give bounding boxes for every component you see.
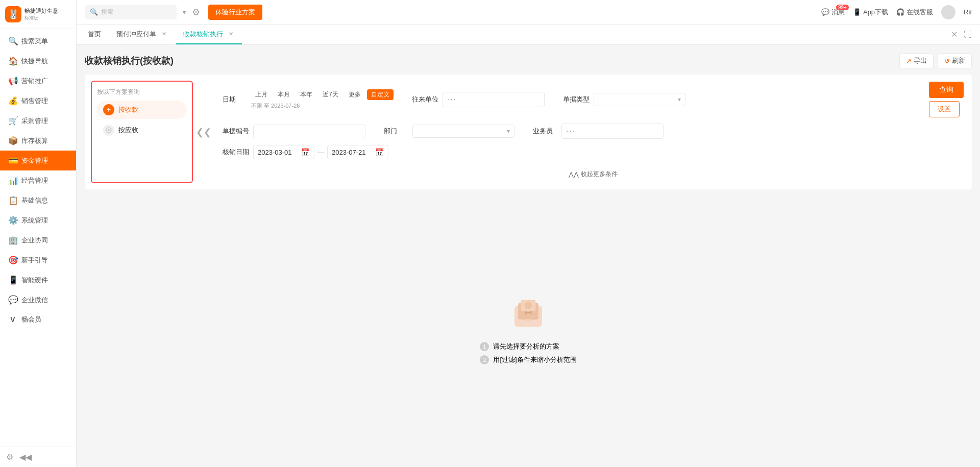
sidebar-label-purchase: 采购管理 [21, 116, 48, 126]
tabbar: 首页 预付冲应付单 ✕ 收款核销执行 ✕ ✕ ⛶ [77, 24, 980, 45]
sidebar-item-basic-info[interactable]: 📋 基础信息 [0, 190, 76, 210]
quick-nav-icon: 🏠 [8, 56, 17, 66]
tab-home-label: 首页 [88, 30, 101, 39]
doc-no-input[interactable] [253, 125, 365, 138]
refresh-icon: ↺ [944, 57, 950, 65]
sidebar-nav: 🔍 搜索菜单 🏠 快捷导航 📢 营销推广 💰 销售管理 🛒 采购管理 📦 库存核… [0, 29, 76, 447]
dept-label: 部门 [384, 127, 408, 136]
sidebar-item-enterprise[interactable]: 🏢 企业协同 [0, 230, 76, 250]
collapse-sidebar-icon[interactable]: ◀◀ [19, 452, 32, 462]
writeoff-date-end-input[interactable]: 2023-07-21 📅 [327, 145, 388, 159]
mobile-icon: 📱 [853, 8, 861, 16]
writeoff-end-value: 2023-07-21 [332, 149, 366, 156]
filter-option-receipt[interactable]: 按收款 [97, 101, 187, 119]
doc-type-arrow-icon: ▾ [678, 96, 681, 103]
query-button[interactable]: 查询 [929, 82, 964, 98]
sidebar-item-marketing[interactable]: 📢 营销推广 [0, 71, 76, 91]
refresh-button[interactable]: ↺ 刷新 [938, 53, 972, 68]
app-download-button[interactable]: 📱 App下载 [853, 8, 888, 17]
close-tab-icon[interactable]: ✕ [949, 28, 960, 41]
tab-home[interactable]: 首页 [81, 24, 108, 44]
sidebar-item-member[interactable]: V 畅会员 [0, 310, 76, 329]
topbar-search-box[interactable]: 🔍 搜索 [85, 5, 177, 19]
smart-hw-icon: 📱 [8, 275, 17, 285]
online-service-button[interactable]: 🎧 在线客服 [896, 8, 933, 17]
tabbar-actions: ✕ ⛶ [949, 24, 976, 44]
sidebar-item-system[interactable]: ⚙️ 系统管理 [0, 210, 76, 230]
staff-select[interactable]: ··· [561, 124, 664, 139]
date-field: 日期 上月 本月 本年 近7天 更多 自定义 不限 至 2023-07-26 [223, 89, 394, 110]
filter-row-2: 单据编号 部门 ▾ 业务员 ··· [223, 124, 964, 139]
collapse-more-button[interactable]: ⋀⋀ 收起更多条件 [564, 168, 623, 180]
sidebar-label-enterprise: 企业协同 [21, 236, 48, 245]
fullscreen-icon[interactable]: ⛶ [962, 28, 974, 41]
settings-icon[interactable]: ⚙ [6, 452, 13, 462]
filter-collapse-button[interactable]: ❮❮ [193, 75, 214, 189]
sidebar: 🐰 畅捷通好生意 标准版 🔍 搜索菜单 🏠 快捷导航 📢 营销推广 💰 销售管理… [0, 0, 77, 467]
topbar-gear-icon[interactable]: ⚙ [192, 7, 200, 18]
filter-panel: 按以下方案查询 按收款 [85, 75, 972, 189]
message-icon: 💬 [821, 8, 829, 16]
filter-form: 日期 上月 本月 本年 近7天 更多 自定义 不限 至 2023-07-26 [214, 75, 972, 189]
writeoff-date-label: 核销日期 [223, 148, 249, 157]
tab-prepay-close-icon[interactable]: ✕ [160, 30, 168, 38]
industry-solution-button[interactable]: 休验行业方案 [208, 5, 262, 20]
operations-icon: 📊 [8, 176, 17, 185]
sidebar-footer: ⚙ ◀◀ [0, 447, 76, 467]
export-button[interactable]: ↗ 导出 [899, 53, 934, 68]
date-shortcuts: 上月 本月 本年 近7天 更多 自定义 [251, 89, 394, 100]
filter-option-receivable-label: 按应收 [118, 126, 138, 135]
sidebar-item-inventory[interactable]: 📦 库存核算 [0, 131, 76, 151]
shortcut-7days[interactable]: 近7天 [318, 89, 342, 100]
counterparty-field: 往来单位 ··· [412, 92, 545, 107]
sidebar-item-quick-nav[interactable]: 🏠 快捷导航 [0, 51, 76, 71]
tab-prepay[interactable]: 预付冲应付单 ✕ [109, 24, 175, 44]
message-button[interactable]: 💬 消息 99+ [821, 8, 845, 17]
dept-select[interactable]: ▾ [412, 125, 514, 138]
filter-row-1: 日期 上月 本月 本年 近7天 更多 自定义 不限 至 2023-07-26 [223, 82, 964, 117]
dept-arrow-icon: ▾ [507, 128, 510, 135]
shortcut-more[interactable]: 更多 [345, 89, 365, 100]
writeoff-date-start-input[interactable]: 2023-03-01 📅 [253, 145, 314, 159]
app-edition: 标准版 [24, 15, 58, 21]
doc-type-select[interactable]: ▾ [594, 93, 685, 106]
filter-row-3: 核销日期 2023-03-01 📅 — 2023-07-21 📅 [223, 145, 964, 159]
sidebar-item-operations[interactable]: 📊 经营管理 [0, 170, 76, 190]
shortcut-this-year[interactable]: 本年 [296, 89, 316, 100]
tab-writeoff-label: 收款核销执行 [183, 30, 223, 39]
user-name: Rit [964, 8, 972, 16]
sidebar-item-wechat[interactable]: 💬 企业微信 [0, 290, 76, 310]
sidebar-item-sales[interactable]: 💰 销售管理 [0, 91, 76, 111]
sidebar-item-guide[interactable]: 🎯 新手引导 [0, 250, 76, 270]
sidebar-item-search-menu[interactable]: 🔍 搜索菜单 [0, 31, 76, 51]
staff-dots: ··· [566, 127, 576, 136]
sidebar-label-system: 系统管理 [21, 216, 48, 225]
sidebar-item-capital[interactable]: 💳 资金管理 [0, 151, 76, 170]
topbar-right-area: 💬 消息 99+ 📱 App下载 🎧 在线客服 Rit [821, 5, 972, 19]
counterparty-select[interactable]: ··· [443, 92, 545, 107]
shortcut-this-month[interactable]: 本月 [274, 89, 294, 100]
service-icon: 🎧 [896, 8, 904, 16]
setting-button[interactable]: 设置 [929, 101, 960, 117]
page-content: 收款核销执行(按收款) ↗ 导出 ↺ 刷新 按以下方案查询 [77, 45, 980, 467]
topbar-chevron-icon[interactable]: ▾ [183, 9, 186, 16]
shortcut-last-month[interactable]: 上月 [251, 89, 272, 100]
svg-point-6 [525, 302, 532, 309]
sidebar-item-purchase[interactable]: 🛒 采购管理 [0, 111, 76, 131]
filter-option-receipt-label: 按收款 [118, 105, 138, 114]
user-avatar [941, 5, 955, 19]
tab-writeoff[interactable]: 收款核销执行 ✕ [176, 24, 242, 44]
tab-writeoff-close-icon[interactable]: ✕ [227, 30, 235, 38]
logo-icon: 🐰 [5, 6, 21, 22]
sidebar-label-marketing: 营销推广 [21, 77, 48, 86]
logo-area: 🐰 畅捷通好生意 标准版 [0, 0, 76, 29]
topbar-search-text: 搜索 [101, 8, 113, 16]
svg-point-7 [525, 311, 527, 313]
page-header: 收款核销执行(按收款) ↗ 导出 ↺ 刷新 [85, 53, 972, 68]
sidebar-item-smart-hw[interactable]: 📱 智能硬件 [0, 270, 76, 290]
empty-state: 1 请先选择要分析的方案 2 用[过滤]条件来缩小分析范围 [85, 195, 972, 459]
purchase-icon: 🛒 [8, 116, 17, 126]
filter-options-panel: 按以下方案查询 按收款 [91, 81, 193, 183]
app-download-label: App下载 [863, 8, 888, 17]
filter-option-receivable[interactable]: 按应收 [97, 121, 187, 139]
